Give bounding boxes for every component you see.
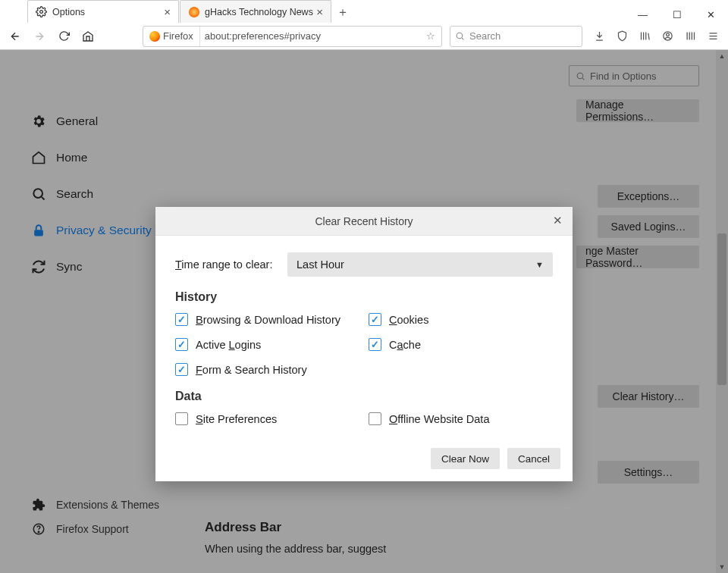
downloads-button[interactable]	[588, 26, 610, 47]
data-group-heading: Data	[175, 390, 553, 403]
tab-label: gHacks Technology News	[205, 7, 313, 17]
dialog-close-button[interactable]: ✕	[550, 213, 565, 228]
check-label: Active Logins	[196, 339, 261, 351]
check-cookies: Cookies	[369, 313, 553, 326]
content-area: Find in Options General Home Search Priv…	[0, 50, 728, 573]
dialog-header: Clear Recent History ✕	[155, 207, 573, 236]
history-group-heading: History	[175, 290, 553, 304]
toolbar-right	[588, 26, 723, 47]
form-search-checkbox[interactable]	[175, 363, 188, 376]
offline-data-checkbox[interactable]	[369, 412, 381, 425]
shield-icon[interactable]	[611, 26, 632, 47]
check-label: Site Preferences	[196, 413, 277, 425]
browsing-download-checkbox[interactable]	[175, 313, 188, 326]
tab-strip: Options × gHacks Technology News × ＋	[0, 0, 353, 23]
time-range-label: Time range to clear:	[175, 258, 287, 271]
bookmark-star-icon[interactable]: ☆	[420, 30, 441, 42]
svg-point-0	[40, 11, 43, 14]
account-icon[interactable]	[657, 26, 678, 47]
check-label: Cache	[389, 339, 421, 351]
menu-button[interactable]	[702, 26, 723, 47]
window-controls: — ☐ ✕	[626, 6, 728, 23]
nav-toolbar: Firefox ☆ Search	[0, 23, 728, 50]
dialog-body: Time range to clear: Last Hour ▼ History…	[155, 236, 573, 439]
new-tab-button[interactable]: ＋	[332, 2, 353, 23]
time-range-row: Time range to clear: Last Hour ▼	[175, 252, 553, 277]
window-titlebar: Options × gHacks Technology News × ＋ — ☐…	[0, 0, 728, 23]
clear-now-button[interactable]: Clear Now	[431, 448, 500, 469]
cancel-button[interactable]: Cancel	[507, 448, 560, 469]
sidebar-button[interactable]	[679, 26, 701, 47]
check-active-logins: Active Logins	[175, 338, 359, 351]
forward-button[interactable]	[29, 26, 50, 47]
close-icon[interactable]: ×	[316, 5, 323, 18]
history-check-grid: Browsing & Download History Cookies Acti…	[175, 313, 553, 376]
svg-point-3	[666, 33, 669, 36]
search-icon	[455, 31, 465, 41]
identity-label: Firefox	[163, 30, 193, 42]
library-button[interactable]	[634, 26, 655, 47]
search-bar[interactable]: Search	[450, 26, 582, 47]
url-bar[interactable]: Firefox ☆	[143, 26, 442, 47]
check-browsing-download: Browsing & Download History	[175, 313, 359, 326]
identity-box[interactable]: Firefox	[143, 27, 200, 46]
gear-icon	[36, 6, 47, 17]
dialog-title: Clear Recent History	[315, 215, 413, 227]
check-label: Offline Website Data	[389, 413, 489, 425]
firefox-icon	[149, 31, 160, 42]
clear-history-dialog: Clear Recent History ✕ Time range to cle…	[155, 207, 573, 481]
close-icon[interactable]: ×	[164, 5, 171, 18]
close-window-button[interactable]: ✕	[694, 6, 728, 23]
reload-button[interactable]	[53, 26, 74, 47]
maximize-button[interactable]: ☐	[660, 6, 694, 23]
check-cache: Cache	[369, 338, 553, 351]
site-favicon	[188, 6, 199, 17]
tab-ghacks[interactable]: gHacks Technology News ×	[180, 0, 331, 23]
time-range-value: Last Hour	[297, 258, 344, 271]
home-button[interactable]	[77, 26, 99, 47]
cache-checkbox[interactable]	[369, 338, 381, 351]
search-placeholder: Search	[469, 30, 500, 42]
data-check-grid: Site Preferences Offline Website Data	[175, 412, 553, 425]
dialog-footer: Clear Now Cancel	[155, 439, 573, 481]
check-label: Form & Search History	[196, 364, 307, 376]
check-label: Cookies	[389, 314, 428, 326]
tab-options[interactable]: Options ×	[27, 0, 179, 23]
site-preferences-checkbox[interactable]	[175, 412, 188, 425]
check-offline-data: Offline Website Data	[369, 412, 553, 425]
check-label: Browsing & Download History	[196, 314, 340, 326]
time-range-select[interactable]: Last Hour ▼	[287, 252, 553, 277]
cookies-checkbox[interactable]	[369, 313, 381, 326]
tab-label: Options	[52, 7, 85, 17]
minimize-button[interactable]: —	[626, 6, 660, 23]
back-button[interactable]	[5, 26, 26, 47]
chevron-down-icon: ▼	[535, 260, 544, 269]
active-logins-checkbox[interactable]	[175, 338, 188, 351]
url-input[interactable]	[200, 30, 420, 42]
svg-point-1	[457, 33, 463, 39]
check-form-search: Form & Search History	[175, 363, 359, 376]
check-site-preferences: Site Preferences	[175, 412, 359, 425]
